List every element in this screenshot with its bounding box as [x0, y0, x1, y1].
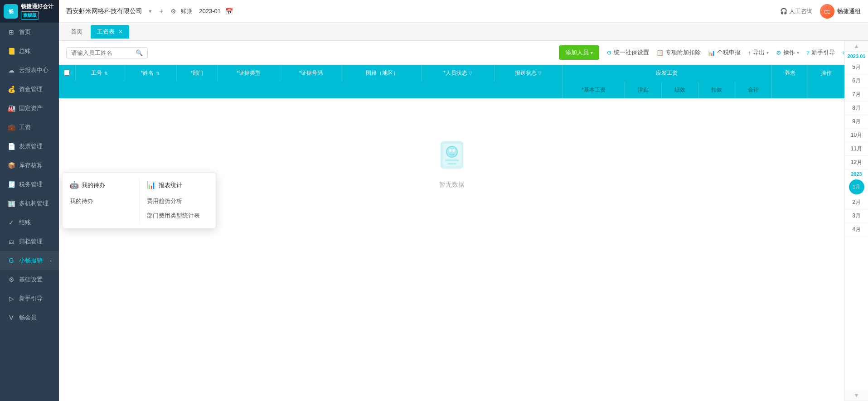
- company-dropdown[interactable]: ▾: [149, 8, 152, 14]
- month-item-feb[interactable]: 2月: [845, 196, 868, 209]
- special-deduction-label: 专项附加扣除: [665, 48, 701, 57]
- sidebar-item-multi[interactable]: 🏢 多机构管理: [0, 194, 59, 213]
- month-item-jun[interactable]: 6月: [845, 74, 868, 88]
- sidebar-nav: ⊞ 首页 📒 总账 ☁ 云报表中心 💰 资金管理 🏭 固定资产 💼 工资 📄 发…: [0, 23, 59, 401]
- sidebar-item-label: 税务管理: [19, 180, 43, 188]
- add-employee-label: 添加人员: [565, 48, 589, 57]
- social-security-icon: ⚙: [606, 49, 612, 56]
- headset-icon: 🎧: [780, 8, 787, 14]
- tab-close-icon[interactable]: ✕: [118, 29, 123, 35]
- sidebar-item-ledger[interactable]: 📒 总账: [0, 42, 59, 61]
- report-filter-icon[interactable]: ▽: [538, 71, 542, 76]
- topbar-add[interactable]: +: [159, 7, 163, 15]
- social-security-action[interactable]: ⚙ 统一社保设置: [606, 48, 649, 57]
- empty-icon: [432, 135, 472, 175]
- month-item-sep[interactable]: 9月: [845, 115, 868, 129]
- sidebar-item-cloud[interactable]: ☁ 云报表中心: [0, 61, 59, 80]
- sidebar-item-label: 资金管理: [19, 85, 43, 93]
- inventory-icon: 📦: [7, 161, 15, 169]
- sidebar-item-assets[interactable]: 🏭 固定资产: [0, 99, 59, 118]
- month-item-may[interactable]: 5月: [845, 61, 868, 74]
- logo-badge: 旗舰版: [21, 11, 39, 19]
- tax-icon: 🧾: [7, 180, 15, 188]
- month-nav-down[interactable]: ▼: [845, 390, 868, 401]
- th-employee-no: 工号 ⇅: [75, 65, 124, 82]
- personal-tax-label: 个税申报: [717, 48, 741, 57]
- dropdown-cols: 🤖 我的待办 我的待办 📊 报表统计 费用趋势分析 部门费用类型统计表: [63, 178, 216, 223]
- sidebar-item-label: 结账: [19, 218, 31, 227]
- month-nav-up[interactable]: ▲: [845, 41, 868, 52]
- sidebar-item-guide[interactable]: ▷ 新手引导: [0, 289, 59, 308]
- sidebar-item-tax[interactable]: 🧾 税务管理: [0, 175, 59, 194]
- subth-operation: [808, 82, 844, 98]
- month-item-aug[interactable]: 8月: [845, 101, 868, 115]
- support-button[interactable]: 🎧 人工咨询: [780, 7, 813, 15]
- th-nationality: 国籍（地区）: [342, 65, 422, 82]
- sidebar-item-label: 固定资产: [19, 104, 43, 112]
- period-value[interactable]: 2023-01: [199, 8, 221, 14]
- sidebar-item-label: 库存核算: [19, 161, 43, 169]
- sidebar-item-archive[interactable]: 🗂 归档管理: [0, 232, 59, 251]
- tab-salary-sheet[interactable]: 工资表 ✕: [91, 25, 129, 39]
- special-deduction-icon: 📋: [656, 49, 664, 56]
- name-sort-icon[interactable]: ⇅: [156, 71, 160, 76]
- logo-title: 畅捷通好会计: [21, 3, 53, 10]
- user-info[interactable]: CE 畅捷通组: [820, 4, 861, 19]
- topbar: 西安虾米网络科技有限公司 ▾ + ⚙ 账期 2023-01 📅 🎧 人工咨询: [59, 0, 868, 23]
- sidebar-item-funds[interactable]: 💰 资金管理: [0, 80, 59, 99]
- new-guide-action[interactable]: ? 新手引导: [806, 48, 835, 57]
- month-item-dec[interactable]: 12月: [845, 156, 868, 169]
- export-action[interactable]: ↑ 导出 ▾: [748, 48, 769, 57]
- operation-icon: ⚙: [776, 49, 781, 56]
- operation-action[interactable]: ⚙ 操作 ▾: [776, 48, 799, 57]
- add-employee-button[interactable]: 添加人员 ▾: [559, 45, 599, 60]
- report-section-title: 📊 报表统计: [147, 178, 209, 194]
- sidebar-item-salary[interactable]: 💼 工资: [0, 118, 59, 137]
- todo-item[interactable]: 我的待办: [70, 194, 132, 208]
- subth-allowance: 津贴: [625, 82, 661, 98]
- calendar-icon[interactable]: 📅: [225, 8, 233, 15]
- month-item-jan-active[interactable]: 1月: [849, 179, 864, 195]
- sidebar-item-settle[interactable]: ✓ 结账: [0, 213, 59, 232]
- company-name: 西安虾米网络科技有限公司: [66, 7, 142, 15]
- sidebar-item-label: 小畅报销: [19, 256, 43, 265]
- sidebar-item-home[interactable]: ⊞ 首页: [0, 23, 59, 42]
- topbar-settings[interactable]: ⚙: [170, 8, 176, 15]
- toolbar: 🔍 添加人员 ▾ ⚙ 统一社保设置 📋 专项附加扣除 📊 个税申报 ↑ 导出: [59, 41, 868, 65]
- month-item-mar[interactable]: 3月: [845, 209, 868, 223]
- sort-icon[interactable]: ⇅: [104, 71, 108, 76]
- personal-tax-action[interactable]: 📊 个税申报: [708, 48, 741, 57]
- sidebar-item-label: 首页: [19, 28, 31, 36]
- sidebar: 畅 畅捷通好会计 旗舰版 ⊞ 首页 📒 总账 ☁ 云报表中心 💰 资金管理 🏭 …: [0, 0, 59, 401]
- month-item-oct[interactable]: 10月: [845, 129, 868, 142]
- month-item-jul[interactable]: 7月: [845, 88, 868, 101]
- svg-rect-5: [445, 159, 459, 161]
- sidebar-item-inventory[interactable]: 📦 库存核算: [0, 156, 59, 175]
- dept-expense-item[interactable]: 部门费用类型统计表: [147, 208, 209, 223]
- add-dropdown-arrow: ▾: [591, 50, 593, 55]
- select-all-checkbox[interactable]: [64, 70, 70, 76]
- th-operation: 操作: [808, 65, 844, 82]
- month-item-apr[interactable]: 4月: [845, 223, 868, 237]
- special-deduction-action[interactable]: 📋 专项附加扣除: [656, 48, 701, 57]
- tab-home[interactable]: 首页: [64, 25, 89, 39]
- tab-salary-label: 工资表: [97, 28, 115, 36]
- svg-text:CE: CE: [824, 10, 830, 14]
- personnel-filter-icon[interactable]: ▽: [469, 71, 472, 76]
- select-all-header[interactable]: [59, 65, 75, 82]
- svg-point-7: [449, 149, 451, 152]
- sidebar-item-basic[interactable]: ⚙ 基础设置: [0, 270, 59, 289]
- search-input[interactable]: [71, 49, 133, 56]
- dropdown-col-todo: 🤖 我的待办 我的待办: [63, 178, 139, 223]
- sidebar-item-invoice[interactable]: 📄 发票管理: [0, 137, 59, 156]
- topbar-right: 🎧 人工咨询 CE 畅捷通组: [780, 4, 861, 19]
- search-box: 🔍: [66, 47, 148, 58]
- expense-trend-item[interactable]: 费用趋势分析: [147, 194, 209, 208]
- month-item-nov[interactable]: 11月: [845, 142, 868, 156]
- sidebar-item-expense[interactable]: G 小畅报销 ‹: [0, 251, 59, 270]
- sidebar-item-label: 云报表中心: [19, 66, 48, 74]
- empty-text: 暂无数据: [439, 181, 465, 189]
- sidebar-item-member[interactable]: V 畅会员: [0, 308, 59, 327]
- subth-pension: [771, 82, 808, 98]
- th-name: *姓名 ⇅: [124, 65, 176, 82]
